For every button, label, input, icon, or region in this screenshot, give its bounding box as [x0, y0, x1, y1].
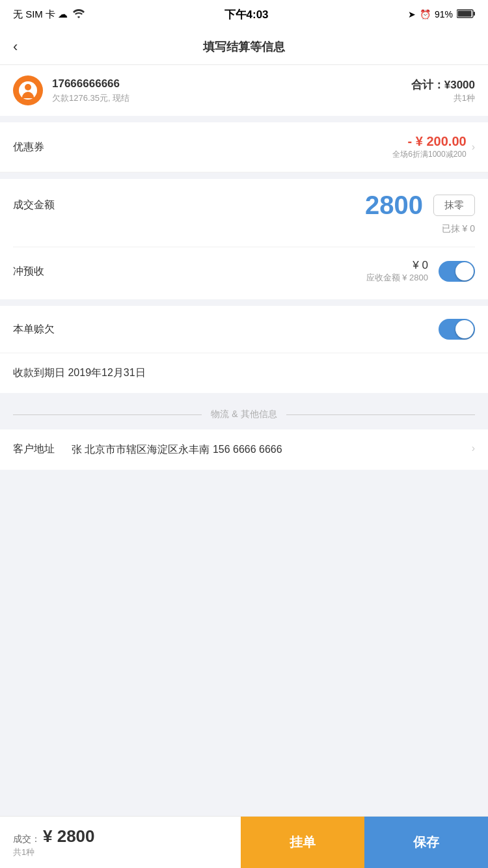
- advance-right: ¥ 0 应收金额 ¥ 2800: [366, 259, 475, 284]
- address-section[interactable]: 客户地址 张 北京市市辖区海淀区永丰南 156 6666 6666 ›: [0, 429, 488, 470]
- nav-bar: ‹ 填写结算等信息: [0, 29, 488, 65]
- avatar-inner: [19, 81, 37, 100]
- customer-phone: 17666666666: [52, 77, 129, 90]
- transaction-row: 成交金额 2800 抹零: [13, 179, 475, 223]
- customer-debt: 欠款1276.35元, 现结: [52, 92, 129, 104]
- total-count: 共1种: [411, 92, 475, 104]
- transaction-section: 成交金额 2800 抹零 已抹 ¥ 0: [0, 179, 488, 247]
- coupon-section[interactable]: 优惠券 - ¥ 200.00 全场6折满1000减200 ›: [0, 122, 488, 172]
- status-time: 下午4:03: [224, 7, 269, 22]
- divider-3: [0, 393, 488, 400]
- location-icon: ➤: [408, 9, 416, 20]
- advance-section: 冲预收 ¥ 0 应收金额 ¥ 2800: [0, 247, 488, 299]
- receivable-label: 应收金额 ¥ 2800: [366, 272, 428, 284]
- status-right: ➤ ⏰ 91%: [408, 9, 475, 20]
- address-chevron-icon: ›: [472, 442, 475, 454]
- customer-info: 17666666666 欠款1276.35元, 现结: [52, 77, 129, 104]
- customer-right: 合计：¥3000 共1种: [411, 77, 475, 104]
- transaction-amount-area: 2800 抹零: [365, 192, 475, 218]
- sim-label: 无 SIM 卡 ☁: [13, 8, 68, 21]
- debt-toggle-thumb: [455, 320, 474, 338]
- logistics-line-left: [13, 414, 202, 415]
- svg-rect-2: [457, 10, 471, 16]
- debt-section: 本单赊欠: [0, 306, 488, 353]
- address-label: 客户地址: [13, 442, 65, 456]
- duedate-text: 收款到期日 2019年12月31日: [13, 367, 146, 378]
- status-left: 无 SIM 卡 ☁: [13, 8, 85, 21]
- logistics-label: 物流 & 其他信息: [211, 409, 277, 420]
- address-value: 张 北京市市辖区海淀区永丰南 156 6666 6666: [72, 441, 465, 458]
- round-button[interactable]: 抹零: [433, 195, 475, 216]
- coupon-desc: 全场6折满1000减200: [392, 149, 466, 160]
- divider-2: [0, 299, 488, 306]
- svg-rect-1: [473, 12, 475, 16]
- logistics-header: 物流 & 其他信息: [0, 400, 488, 429]
- footer-count: 共1种: [13, 847, 228, 858]
- advance-row: 冲预收 ¥ 0 应收金额 ¥ 2800: [13, 247, 475, 288]
- transaction-amount: 2800: [365, 192, 423, 218]
- footer: 成交： ¥ 2800 共1种 挂单 保存: [0, 816, 488, 868]
- divider-1: [0, 172, 488, 179]
- footer-deal-label: 成交：: [13, 834, 40, 845]
- customer-left: 17666666666 欠款1276.35元, 现结: [13, 75, 129, 105]
- chevron-right-icon: ›: [472, 141, 475, 153]
- back-button[interactable]: ‹: [13, 36, 23, 58]
- debt-label: 本单赊欠: [13, 323, 55, 336]
- footer-amount: ¥ 2800: [43, 826, 95, 847]
- battery-icon: [457, 9, 475, 20]
- debt-toggle[interactable]: [439, 319, 475, 340]
- bottom-spacer: [0, 470, 488, 574]
- toggle-thumb: [455, 262, 474, 280]
- total-amount: 合计：¥3000: [411, 77, 475, 92]
- logistics-line-right: [286, 414, 475, 415]
- erased-row: 已抹 ¥ 0: [13, 223, 475, 247]
- coupon-amount: - ¥ 200.00: [408, 134, 467, 149]
- duedate-section: 收款到期日 2019年12月31日: [0, 353, 488, 393]
- coupon-value-area: - ¥ 200.00 全场6折满1000减200: [392, 134, 466, 160]
- status-bar: 无 SIM 卡 ☁ 下午4:03 ➤ ⏰ 91%: [0, 0, 488, 29]
- battery-label: 91%: [435, 9, 453, 20]
- alarm-icon: ⏰: [420, 9, 431, 20]
- coupon-right: - ¥ 200.00 全场6折满1000减200 ›: [392, 134, 475, 160]
- coupon-label: 优惠券: [13, 141, 44, 154]
- transaction-label: 成交金额: [13, 198, 55, 212]
- advance-amount: ¥ 0: [366, 259, 428, 272]
- save-button[interactable]: 保存: [364, 817, 488, 869]
- page-title: 填写结算等信息: [203, 39, 285, 55]
- customer-section: 17666666666 欠款1276.35元, 现结 合计：¥3000 共1种: [0, 65, 488, 116]
- advance-label: 冲预收: [13, 265, 44, 278]
- wifi-icon: [73, 9, 85, 20]
- footer-info: 成交： ¥ 2800 共1种: [0, 826, 241, 858]
- avatar: [13, 75, 43, 105]
- advance-toggle[interactable]: [439, 261, 475, 282]
- advance-amount-area: ¥ 0 应收金额 ¥ 2800: [366, 259, 428, 284]
- hang-button[interactable]: 挂单: [241, 817, 364, 869]
